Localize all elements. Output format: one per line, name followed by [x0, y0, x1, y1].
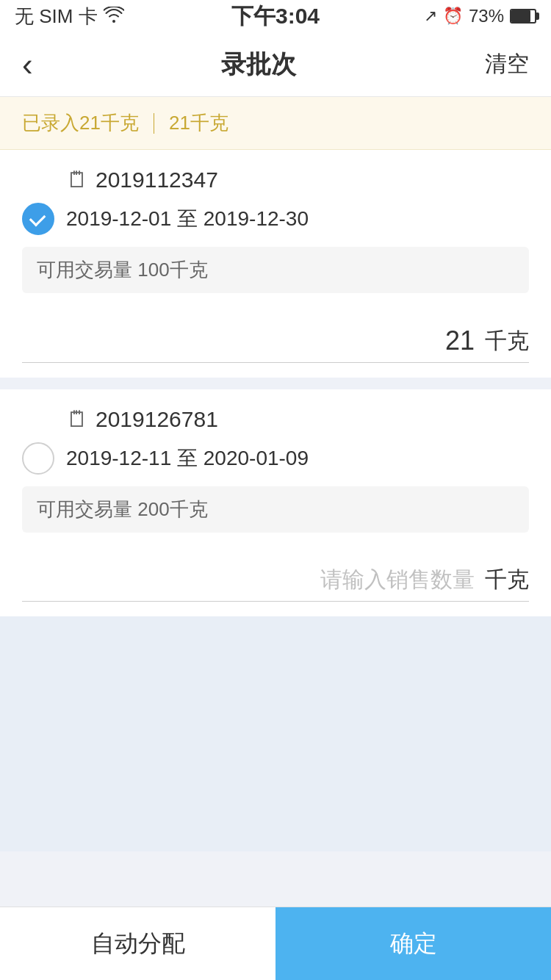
info-divider: [154, 113, 154, 134]
batch-2-unit: 千克: [485, 565, 529, 595]
batch-card-2-inner: 🗒 2019126781 2019-12-11 至 2020-01-09: [0, 389, 551, 475]
batch-2-date: 2019-12-11 至 2020-01-09: [66, 444, 309, 472]
clear-button[interactable]: 清空: [485, 49, 529, 79]
batch-1-id: 2019112347: [96, 167, 218, 192]
batch-1-spacer: [0, 363, 551, 378]
batch-2-input-placeholder[interactable]: 请输入销售数量: [320, 565, 475, 595]
recorded-label: 已录入21千克: [22, 110, 139, 136]
batch-card-1-inner: 🗒 2019112347 2019-12-01 至 2019-12-30: [0, 150, 551, 235]
card-separator-1: [0, 378, 551, 389]
batch-2-date-row[interactable]: 2019-12-11 至 2020-01-09: [22, 442, 529, 475]
batch-1-radio[interactable]: [22, 203, 54, 235]
recorded-value: 21千克: [169, 110, 228, 136]
battery-icon: [510, 9, 536, 24]
status-bar-left: 无 SIM 卡: [15, 4, 124, 29]
batch-card-1: 🗒 2019112347 2019-12-01 至 2019-12-30 可用交…: [0, 150, 551, 378]
batch-1-amount[interactable]: 21: [445, 325, 475, 356]
batch-1-doc-icon: 🗒: [66, 167, 88, 192]
batch-1-date-row[interactable]: 2019-12-01 至 2019-12-30: [22, 203, 529, 235]
confirm-button[interactable]: 确定: [276, 907, 551, 980]
batch-1-unit: 千克: [485, 326, 529, 356]
status-bar: 无 SIM 卡 下午3:04 ↗ ⏰ 73%: [0, 0, 551, 32]
battery-label: 73%: [469, 6, 504, 26]
empty-area: [0, 616, 551, 851]
batch-1-id-row: 🗒 2019112347: [66, 167, 529, 192]
wifi-icon: [104, 5, 124, 28]
batch-2-id: 2019126781: [96, 407, 218, 432]
batch-2-avail-wrap: 可用交易量 200千克: [0, 486, 551, 547]
batch-2-input-row: 请输入销售数量 千克: [0, 547, 551, 595]
back-button[interactable]: ‹: [22, 46, 33, 83]
status-time: 下午3:04: [231, 1, 320, 32]
batch-1-amount-row: 21 千克: [0, 308, 551, 356]
alarm-icon: ⏰: [443, 7, 463, 26]
nav-bar: ‹ 录批次 清空: [0, 32, 551, 97]
batch-2-avail: 可用交易量 200千克: [22, 486, 529, 533]
batch-1-avail: 可用交易量 100千克: [22, 247, 529, 293]
batch-2-radio[interactable]: [22, 442, 54, 475]
info-bar: 已录入21千克 21千克: [0, 97, 551, 150]
page-content: 已录入21千克 21千克 🗒 2019112347 2019-12-01 至 2…: [0, 97, 551, 925]
status-bar-right: ↗ ⏰ 73%: [424, 6, 536, 26]
location-icon: ↗: [424, 7, 437, 26]
batch-card-2: 🗒 2019126781 2019-12-11 至 2020-01-09 可用交…: [0, 389, 551, 616]
batch-2-spacer: [0, 602, 551, 616]
batch-2-doc-icon: 🗒: [66, 407, 88, 432]
carrier-label: 无 SIM 卡: [15, 4, 98, 29]
batch-2-id-row: 🗒 2019126781: [66, 407, 529, 432]
batch-1-avail-wrap: 可用交易量 100千克: [0, 247, 551, 308]
bottom-bar: 自动分配 确定: [0, 907, 551, 980]
auto-distribute-button[interactable]: 自动分配: [0, 907, 276, 980]
page-title: 录批次: [221, 48, 296, 82]
batch-1-date: 2019-12-01 至 2019-12-30: [66, 205, 309, 233]
